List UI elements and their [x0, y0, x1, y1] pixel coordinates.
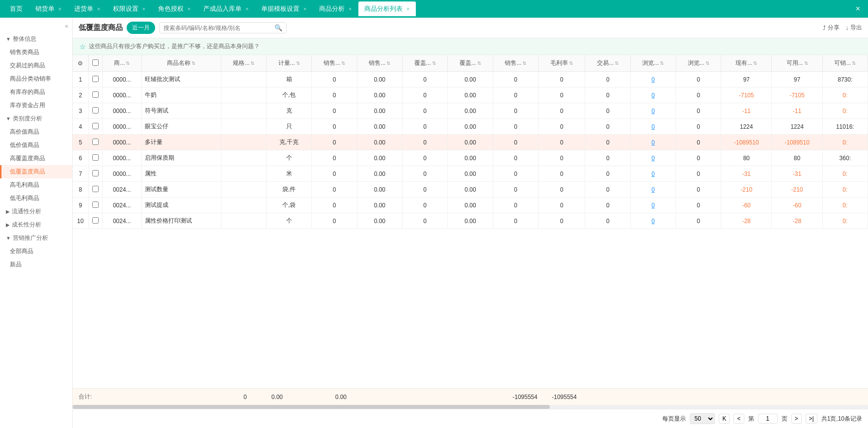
- sidebar-item-traded-goods[interactable]: 交易过的商品: [0, 59, 72, 72]
- sidebar-item-new-goods[interactable]: 新品: [0, 258, 72, 271]
- sidebar-item-category-rate[interactable]: 商品分类动销率: [0, 72, 72, 86]
- cell-saleable: 0:: [822, 103, 868, 119]
- sidebar-item-high-coverage[interactable]: 高覆盖度商品: [0, 152, 72, 165]
- cell-checkbox[interactable]: [88, 213, 102, 229]
- cell-browse1[interactable]: 0: [630, 135, 676, 150]
- sidebar-section-overall[interactable]: ▼ 整体信息: [0, 32, 72, 46]
- cell-available: -31: [772, 166, 822, 182]
- cell-browse1[interactable]: 0: [630, 182, 676, 198]
- close-role-icon[interactable]: ×: [188, 6, 190, 12]
- row-checkbox[interactable]: [92, 201, 99, 208]
- close-analysis-list-icon[interactable]: ×: [407, 6, 409, 12]
- share-button[interactable]: ⤴ 分享: [823, 24, 840, 32]
- header-actions: ⤴ 分享 ↓ 导出: [823, 24, 862, 32]
- cell-browse1[interactable]: 0: [630, 87, 676, 103]
- sidebar-item-high-margin[interactable]: 高毛利商品: [0, 178, 72, 192]
- cell-browse1[interactable]: 0: [630, 198, 676, 213]
- close-sales-icon[interactable]: ×: [58, 6, 61, 12]
- cell-checkbox[interactable]: [88, 87, 102, 103]
- nav-tab-product[interactable]: 产成品入库单 ×: [197, 1, 254, 16]
- nav-tab-analysis-list[interactable]: 商品分析列表 ×: [358, 1, 415, 16]
- nav-tab-role[interactable]: 角色授权 ×: [152, 1, 196, 16]
- col-checkbox[interactable]: [88, 55, 102, 72]
- nav-tab-sales[interactable]: 销货单 ×: [29, 1, 67, 16]
- filter-recent-month[interactable]: 近一月: [127, 22, 155, 34]
- sidebar-item-stock-goods[interactable]: 有库存的商品: [0, 86, 72, 99]
- sidebar-item-low-coverage[interactable]: 低覆盖度商品: [0, 165, 72, 178]
- horizontal-scrollbar[interactable]: [73, 405, 868, 409]
- cell-browse1[interactable]: 0: [630, 103, 676, 119]
- cell-checkbox[interactable]: [88, 182, 102, 198]
- cell-browse1[interactable]: 0: [630, 72, 676, 87]
- prev-page-button[interactable]: <: [733, 414, 744, 424]
- cell-checkbox[interactable]: [88, 135, 102, 150]
- close-purchase-icon[interactable]: ×: [97, 6, 100, 12]
- row-checkbox[interactable]: [92, 76, 99, 82]
- row-checkbox[interactable]: [92, 91, 99, 98]
- cell-browse1[interactable]: 0: [630, 166, 676, 182]
- search-icon[interactable]: 🔍: [274, 24, 282, 31]
- select-all-checkbox[interactable]: [92, 59, 99, 66]
- cell-checkbox[interactable]: [88, 119, 102, 135]
- data-table: ⚙ 商...⇅ 商品名称⇅ 规格...⇅ 计量...⇅ 销售...⇅ 销售...…: [73, 55, 868, 229]
- table-row: 4 0000... 眼宝公仔 只 0 0.00 0 0.00 0 0 0 0 0…: [73, 119, 868, 135]
- nav-tab-home[interactable]: 首页: [4, 1, 28, 16]
- window-close-button[interactable]: ×: [852, 4, 864, 13]
- row-checkbox[interactable]: [92, 170, 99, 176]
- close-product-icon[interactable]: ×: [245, 6, 248, 12]
- nav-tab-analysis[interactable]: 商品分析 ×: [313, 1, 357, 16]
- cell-checkbox[interactable]: [88, 150, 102, 166]
- cell-trade: 0: [585, 213, 630, 229]
- col-browse1: 浏览...⇅: [630, 55, 676, 72]
- close-analysis-icon[interactable]: ×: [349, 6, 352, 12]
- nav-tab-permission[interactable]: 权限设置 ×: [107, 1, 151, 16]
- close-permission-icon[interactable]: ×: [142, 6, 145, 12]
- per-page-select[interactable]: 50 10 20 100: [690, 413, 715, 424]
- sidebar-collapse-button[interactable]: «: [0, 22, 72, 32]
- sidebar-item-sales-goods[interactable]: 销售类商品: [0, 46, 72, 59]
- scrollbar-thumb[interactable]: [73, 405, 550, 409]
- row-checkbox[interactable]: [92, 217, 99, 224]
- cell-code: 0000...: [102, 103, 141, 119]
- row-checkbox[interactable]: [92, 123, 99, 129]
- first-page-button[interactable]: K: [719, 414, 730, 424]
- settings-icon[interactable]: ⚙: [78, 60, 83, 67]
- cell-browse1[interactable]: 0: [630, 150, 676, 166]
- table-container[interactable]: ⚙ 商...⇅ 商品名称⇅ 规格...⇅ 计量...⇅ 销售...⇅ 销售...…: [73, 55, 868, 388]
- sidebar-section-marketing[interactable]: ▼ 营销推广分析: [0, 231, 72, 245]
- col-settings[interactable]: ⚙: [73, 55, 88, 72]
- cell-gross: 0: [538, 72, 585, 87]
- cell-name: 旺辅批次测试: [141, 72, 221, 87]
- cell-checkbox[interactable]: [88, 103, 102, 119]
- sidebar-section-category[interactable]: ▼ 类别度分析: [0, 112, 72, 125]
- sidebar-item-low-value[interactable]: 低价值商品: [0, 139, 72, 152]
- cell-sale-count: 0: [493, 166, 538, 182]
- row-checkbox[interactable]: [92, 139, 99, 145]
- cell-browse1[interactable]: 0: [630, 213, 676, 229]
- sidebar-section-flow[interactable]: ▶ 流通性分析: [0, 205, 72, 218]
- sidebar-item-high-value[interactable]: 高价值商品: [0, 125, 72, 139]
- close-template-icon[interactable]: ×: [303, 6, 306, 12]
- last-page-button[interactable]: >|: [806, 414, 817, 424]
- row-checkbox[interactable]: [92, 154, 99, 161]
- cell-cover2: 0.00: [448, 182, 493, 198]
- cell-checkbox[interactable]: [88, 198, 102, 213]
- next-page-button[interactable]: >: [791, 414, 802, 424]
- table-row: 8 0024... 测试数量 袋,件 0 0.00 0 0.00 0 0 0 0…: [73, 182, 868, 198]
- export-button[interactable]: ↓ 导出: [845, 24, 862, 32]
- sidebar-section-growth[interactable]: ▶ 成长性分析: [0, 218, 72, 231]
- sidebar-item-all-goods[interactable]: 全部商品: [0, 245, 72, 258]
- cell-browse1[interactable]: 0: [630, 119, 676, 135]
- row-checkbox[interactable]: [92, 186, 99, 192]
- cell-checkbox[interactable]: [88, 166, 102, 182]
- nav-tab-purchase[interactable]: 进货单 ×: [68, 1, 106, 16]
- cell-sale-qty: 0: [312, 135, 357, 150]
- sidebar-item-capital[interactable]: 库存资金占用: [0, 99, 72, 112]
- row-checkbox[interactable]: [92, 107, 99, 114]
- search-input[interactable]: [163, 25, 274, 31]
- cell-checkbox[interactable]: [88, 72, 102, 87]
- nav-tab-template[interactable]: 单据模板设置 ×: [255, 1, 312, 16]
- cell-sale-count: 0: [493, 150, 538, 166]
- sidebar-item-low-margin[interactable]: 低毛利商品: [0, 192, 72, 205]
- page-number-input[interactable]: [758, 414, 778, 424]
